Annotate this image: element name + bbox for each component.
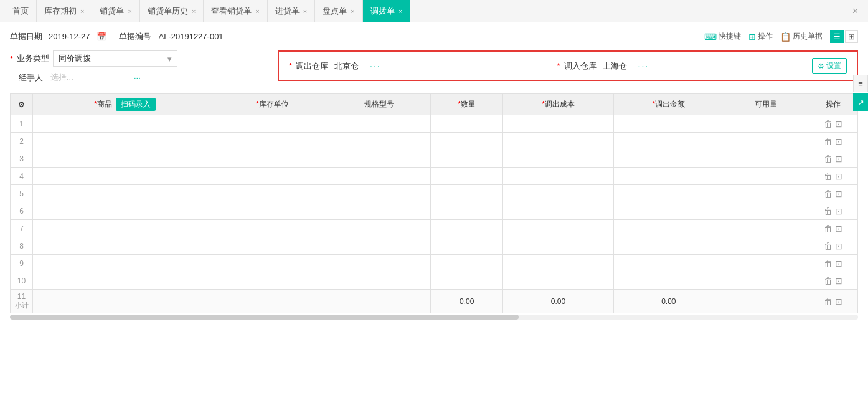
- out-cost-cell[interactable]: [503, 150, 613, 168]
- out-cost-cell[interactable]: [503, 220, 613, 237]
- spec-cell[interactable]: [328, 168, 430, 185]
- out-amount-cell[interactable]: [613, 220, 724, 237]
- delete-icon[interactable]: 🗑: [824, 154, 833, 164]
- delete-icon[interactable]: 🗑: [824, 297, 833, 307]
- out-cost-cell[interactable]: [503, 237, 613, 255]
- available-cell[interactable]: [724, 150, 808, 168]
- spec-cell[interactable]: [328, 255, 430, 272]
- product-cell[interactable]: [33, 150, 217, 168]
- out-amount-cell[interactable]: [613, 133, 724, 150]
- close-icon[interactable]: ×: [192, 7, 196, 15]
- close-icon[interactable]: ×: [351, 7, 354, 15]
- available-cell[interactable]: [724, 133, 808, 150]
- available-cell[interactable]: [724, 115, 808, 133]
- window-close-button[interactable]: ×: [847, 6, 863, 17]
- product-cell[interactable]: [33, 237, 217, 255]
- qty-cell[interactable]: [431, 150, 503, 168]
- out-cost-cell[interactable]: [503, 255, 613, 272]
- copy-icon[interactable]: ⊡: [835, 171, 842, 181]
- unit-cell[interactable]: [217, 150, 328, 168]
- settings-button[interactable]: ⚙ 设置: [812, 58, 847, 74]
- out-cost-cell[interactable]: [503, 168, 613, 185]
- copy-icon[interactable]: ⊡: [835, 119, 842, 129]
- out-amount-cell[interactable]: [613, 115, 724, 133]
- out-amount-cell[interactable]: [613, 237, 724, 255]
- qty-cell[interactable]: [431, 202, 503, 220]
- copy-icon[interactable]: ⊡: [835, 276, 842, 286]
- out-cost-cell[interactable]: [503, 133, 613, 150]
- available-cell[interactable]: [724, 168, 808, 185]
- scan-button[interactable]: 扫码录入: [116, 98, 156, 111]
- delete-icon[interactable]: 🗑: [824, 224, 833, 234]
- out-cost-cell[interactable]: [503, 115, 613, 133]
- copy-icon[interactable]: ⊡: [835, 154, 842, 164]
- unit-cell[interactable]: [217, 220, 328, 237]
- spec-cell[interactable]: [328, 272, 430, 290]
- delete-icon[interactable]: 🗑: [824, 136, 833, 146]
- spec-cell[interactable]: [328, 115, 430, 133]
- unit-cell[interactable]: [217, 185, 328, 202]
- product-cell[interactable]: [33, 133, 217, 150]
- delete-icon[interactable]: 🗑: [824, 259, 833, 269]
- float-expand-button[interactable]: ↗: [853, 93, 868, 111]
- in-warehouse-more-icon[interactable]: ···: [638, 61, 649, 71]
- unit-cell[interactable]: [217, 272, 328, 290]
- delete-icon[interactable]: 🗑: [824, 276, 833, 286]
- product-cell[interactable]: [33, 185, 217, 202]
- product-cell[interactable]: [33, 272, 217, 290]
- product-cell[interactable]: [33, 255, 217, 272]
- unit-cell[interactable]: [217, 237, 328, 255]
- available-cell[interactable]: [724, 272, 808, 290]
- available-cell[interactable]: [724, 185, 808, 202]
- horizontal-scrollbar[interactable]: [10, 315, 858, 320]
- qty-cell[interactable]: [431, 168, 503, 185]
- qty-cell[interactable]: [431, 272, 503, 290]
- layout-grid-icon[interactable]: ⊞: [845, 30, 858, 43]
- available-cell[interactable]: [724, 255, 808, 272]
- copy-icon[interactable]: ⊡: [835, 241, 842, 251]
- person-select[interactable]: 选择...: [50, 72, 125, 83]
- available-cell[interactable]: [724, 237, 808, 255]
- copy-icon[interactable]: ⊡: [835, 297, 842, 307]
- product-cell[interactable]: [33, 115, 217, 133]
- available-cell[interactable]: [724, 220, 808, 237]
- close-icon[interactable]: ×: [128, 7, 131, 15]
- tab-view-sales[interactable]: 查看销货单 ×: [204, 0, 267, 22]
- float-list-button[interactable]: ≡: [853, 75, 868, 92]
- tab-transfer-order[interactable]: 调拨单 ×: [363, 0, 410, 22]
- tab-inventory-check[interactable]: 盘点单 ×: [315, 0, 362, 22]
- qty-cell[interactable]: [431, 220, 503, 237]
- unit-cell[interactable]: [217, 255, 328, 272]
- tab-sales-order[interactable]: 销货单 ×: [92, 0, 139, 22]
- spec-cell[interactable]: [328, 150, 430, 168]
- out-amount-cell[interactable]: [613, 150, 724, 168]
- product-cell[interactable]: [33, 220, 217, 237]
- qty-cell[interactable]: [431, 255, 503, 272]
- history-button[interactable]: 📋 历史单据: [780, 31, 823, 42]
- out-amount-cell[interactable]: [613, 185, 724, 202]
- out-cost-cell[interactable]: [503, 272, 613, 290]
- shortcuts-button[interactable]: ⌨ 快捷键: [704, 31, 741, 42]
- delete-icon[interactable]: 🗑: [824, 189, 833, 199]
- delete-icon[interactable]: 🗑: [824, 206, 833, 216]
- copy-icon[interactable]: ⊡: [835, 224, 842, 234]
- unit-cell[interactable]: [217, 202, 328, 220]
- close-icon[interactable]: ×: [303, 7, 307, 15]
- close-icon[interactable]: ×: [255, 7, 259, 15]
- qty-cell[interactable]: [431, 185, 503, 202]
- out-cost-cell[interactable]: [503, 185, 613, 202]
- copy-icon[interactable]: ⊡: [835, 136, 842, 146]
- product-cell[interactable]: [33, 202, 217, 220]
- available-cell[interactable]: [724, 202, 808, 220]
- spec-cell[interactable]: [328, 185, 430, 202]
- out-warehouse-more-icon[interactable]: ···: [370, 61, 381, 71]
- table-gear-header[interactable]: ⚙: [11, 94, 33, 115]
- operations-button[interactable]: ⊞ 操作: [748, 31, 773, 42]
- tab-inventory-init[interactable]: 库存期初 ×: [37, 0, 92, 22]
- qty-cell[interactable]: [431, 237, 503, 255]
- spec-cell[interactable]: [328, 202, 430, 220]
- copy-icon[interactable]: ⊡: [835, 189, 842, 199]
- close-icon[interactable]: ×: [399, 7, 402, 15]
- tab-home[interactable]: 首页: [5, 0, 37, 22]
- delete-icon[interactable]: 🗑: [824, 241, 833, 251]
